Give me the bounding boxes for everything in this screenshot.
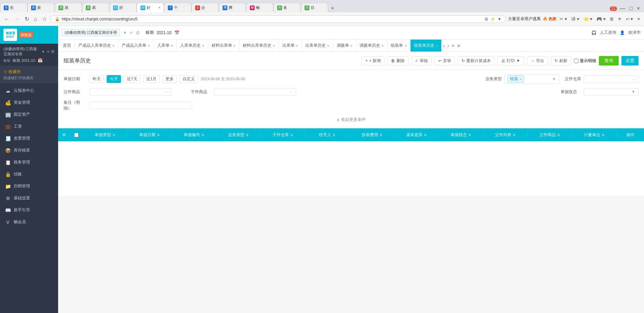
delete-button[interactable]: 🗑 删除 [387,56,408,66]
th-parent-goods[interactable]: 父件商品 ⇅ [528,132,572,138]
notes-input[interactable] [90,102,192,109]
page-tab-4-close[interactable]: × [202,44,204,48]
page-tab-5-close[interactable]: × [233,44,236,48]
browser-tab-8[interactable]: 腾 腾 [219,3,246,12]
tab-close-active[interactable]: × [158,6,160,10]
sidebar-item-tax[interactable]: 📋 税务管理 [0,156,58,168]
th-checkbox[interactable] [70,133,83,137]
show-detail-checkbox[interactable]: 显示明细 [574,58,596,64]
sidebar-item-guide[interactable]: 📖 新手引导 [0,204,58,216]
biz-type-remove[interactable]: × [520,77,522,81]
warehouse-more-dots[interactable]: ··· [632,77,635,82]
tabs-nav-next[interactable]: › [446,43,451,48]
page-tab-2[interactable]: 产成品入库单 × [118,40,153,52]
date-btn-more[interactable]: 更多 [162,75,177,83]
page-tab-1[interactable]: 产成品入库单历史 × [75,40,118,52]
menu-tool[interactable]: ≡ [636,15,641,23]
th-settings[interactable]: ⚙ [58,132,70,137]
biz-type-selector[interactable]: 组装 × ▼ [505,74,559,84]
child-goods-input[interactable]: ··· [214,88,296,96]
support-label[interactable]: 人工咨询 [600,30,616,35]
browser-tab-4[interactable]: 易 易 [82,3,109,12]
browser-tab-3[interactable]: 易 易 [55,3,82,12]
print-button[interactable]: 🖨 打印 ▼ [497,56,524,66]
th-unit[interactable]: 计量单位 ⇅ [572,132,617,138]
calendar-header-icon[interactable]: 📅 [174,30,179,35]
favorites-sub[interactable]: 快捷键打开收藏夹 [3,75,55,81]
calendar-icon[interactable]: 📅 [38,58,43,63]
browser-tab-2[interactable]: 新 新 [27,3,55,12]
page-tab-6-close[interactable]: × [273,44,275,48]
back-button[interactable]: ← [3,15,11,23]
th-handler[interactable]: 经手人 ⇅ [305,132,350,138]
th-biz-type[interactable]: 业务类型 ⇅ [216,132,261,138]
star-tool[interactable]: ⭐ ▾ [582,15,594,23]
sidebar-item-member[interactable]: V 畅会员 [0,216,58,228]
page-tab-active[interactable]: 组装单历史 × [411,40,442,52]
page-tab-9[interactable]: 调拨单 × [333,40,356,52]
audit-button[interactable]: ✓ 审核 [411,56,432,66]
date-btn-1month[interactable]: 近1月 [143,75,160,83]
browser-tab-5[interactable]: 好 好 [109,3,137,12]
browser-tab-6[interactable]: 个 个 [164,3,191,12]
sidebar-item-fund[interactable]: 💰 资金管理 [0,97,58,109]
sidebar-item-inventory[interactable]: 📦 库存核算 [0,144,58,156]
date-btn-yesterday[interactable]: 昨天 [90,75,104,83]
parent-goods-input[interactable]: ··· [90,88,172,96]
page-tab-7-close[interactable]: × [296,44,298,48]
query-button[interactable]: 查询 [599,56,619,66]
date-btn-custom[interactable]: 自定义 [179,75,198,83]
tabs-settings[interactable]: ≡ [456,43,461,48]
add-button[interactable]: + + 新增 [362,56,385,66]
sidebar-item-closing[interactable]: 🔒 结账 [0,168,58,180]
reload-button[interactable]: ↻ [23,15,30,23]
th-cost-diff[interactable]: 成本差异 ⇅ [394,132,439,138]
sun-tool[interactable]: ☀ [616,15,623,23]
th-bill-no[interactable]: 单据编号 ⇅ [172,132,216,138]
page-tab-4[interactable]: 入库单历史 × [177,40,208,52]
browser-tab-1[interactable]: 在 在 [0,3,27,12]
th-parent-list[interactable]: 父件列表 ⇅ [483,132,528,138]
th-bill-type[interactable]: 单据类型 ⇅ [83,132,127,138]
bookmark-button[interactable]: ☆ [41,15,48,23]
date-btn-today[interactable]: 今天 [107,75,121,83]
restore-button[interactable]: □ [628,5,634,12]
page-tab-11-close[interactable]: × [404,44,406,48]
sidebar-item-invoice[interactable]: 🧾 发票管理 [0,132,58,144]
company-selector[interactable]: (勿删勿禁用) 江西服宝测试专用 ▼ + ⚙ 账期 账期 2021-10 📅 [0,44,58,66]
page-tab-8[interactable]: 出库单历史 × [302,40,333,52]
child-goods-dots[interactable]: ··· [290,89,293,94]
page-tab-9-close[interactable]: × [350,44,352,48]
page-tab-3[interactable]: 入库单 × [154,40,177,52]
add-company-icon[interactable]: + [47,49,50,54]
page-tab-active-close[interactable]: × [436,44,438,48]
game-tool[interactable]: 🎮 ▾ [595,15,607,23]
sidebar-item-cloud-report[interactable]: ☁ 云报表中心 [0,85,58,97]
minimize-button[interactable]: — [618,5,627,12]
new-tab-button[interactable]: + [328,4,337,12]
add-company-header[interactable]: + [130,30,133,36]
select-all-checkbox[interactable] [74,133,79,137]
settings-action-button[interactable]: 设置 [621,56,639,66]
sidebar-item-archive[interactable]: 📁 归档管理 [0,180,58,192]
address-input[interactable] [62,17,483,22]
page-tab-10[interactable]: 调拨单历史 × [356,40,387,52]
tabs-close-all[interactable]: × [451,43,456,48]
page-tab-10-close[interactable]: × [381,44,384,48]
undo-tool[interactable]: ↩ ▾ [625,15,635,23]
th-child-warehouse[interactable]: 子件仓库 ⇅ [261,132,305,138]
cut-tool[interactable]: ✂ ▾ [558,15,568,23]
th-disassembly-fee[interactable]: 拆装费用 ⇅ [350,132,394,138]
page-tab-11[interactable]: 组装单 × [387,40,410,52]
sidebar-item-fixed-assets[interactable]: 🏢 固定资产 [0,109,58,120]
tabs-nav-prev[interactable]: ‹ [442,43,446,48]
settings-icon[interactable]: ⚙ [51,49,55,54]
page-tab-3-close[interactable]: × [171,44,173,48]
company-dropdown-icon[interactable]: ▼ [41,50,45,54]
date-btn-7days[interactable]: 近7天 [124,75,140,83]
export-button[interactable]: → 导出 [527,56,548,66]
page-tab-1-close[interactable]: × [112,44,115,48]
grid-tool[interactable]: ⊞ [608,15,615,23]
biz-type-dropdown[interactable]: ▼ [552,77,556,82]
print-dropdown-icon[interactable]: ▼ [516,58,520,63]
